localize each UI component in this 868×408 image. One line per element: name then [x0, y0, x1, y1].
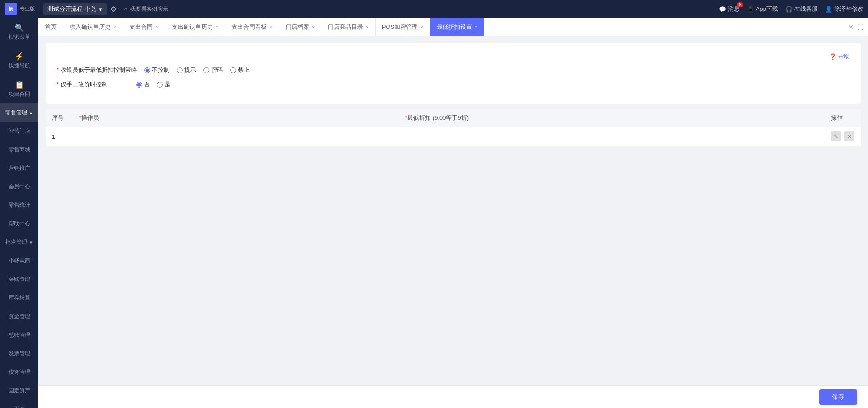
message-button[interactable]: 💬 消息 8 — [719, 5, 740, 13]
avatar-icon: 👤 — [825, 6, 832, 13]
shortcuts-icon: ⚡ — [15, 52, 24, 61]
sidebar-item-label: 智营门店 — [9, 127, 30, 135]
sidebar-item-smart-store[interactable]: 智营门店 — [0, 122, 38, 141]
expand-tab-action[interactable]: ⛶ — [857, 23, 863, 31]
save-button[interactable]: 保存 — [819, 389, 857, 405]
sidebar-item-label: 小畅电商 — [9, 257, 30, 265]
service-icon: 🎧 — [785, 6, 793, 13]
sidebar-item-label: 会员中心 — [9, 183, 30, 191]
sidebar-item-label: 总账管理 — [9, 331, 30, 339]
tab-label: 最低折扣设置 — [437, 23, 472, 31]
user-name: 徐泽华修改 — [834, 5, 863, 13]
demo-label: 我要看实例演示 — [130, 5, 168, 13]
radio-no[interactable]: 否 — [136, 80, 150, 89]
sidebar-item-search[interactable]: 🔍 搜索菜单 — [0, 18, 38, 47]
discount-strategy-label: * 收银员低于最低折扣控制策略 — [57, 66, 137, 74]
discount-table-card: 序号 *操作员 *最低折扣 (9.00等于9折) 操作 1 — [46, 109, 861, 146]
project-name: 测试分开流程-小兑 — [47, 5, 96, 13]
sidebar-item-label: 零售管理 — [5, 109, 27, 117]
project-selector[interactable]: 测试分开流程-小兑 ▾ — [43, 3, 107, 15]
edit-row-button[interactable]: ✎ — [831, 131, 841, 141]
logo-icon: 畅 — [5, 3, 17, 15]
online-service-label: 在线客服 — [794, 5, 818, 13]
cell-operator — [73, 127, 399, 146]
topbar-settings-icon[interactable]: ⚙ — [110, 5, 117, 14]
demo-link[interactable]: ○ 我要看实例演示 — [124, 5, 168, 13]
sidebar-item-retail[interactable]: 零售管理 ▲ — [0, 103, 38, 122]
close-icon[interactable]: × — [420, 24, 423, 30]
sidebar-item-label: 零售统计 — [9, 202, 30, 209]
sidebar-item-payroll[interactable]: 工资 — [0, 400, 38, 408]
topbar: 畅 专业版 测试分开流程-小兑 ▾ ⚙ ○ 我要看实例演示 💬 消息 8 📱 A… — [0, 0, 868, 18]
sidebar-item-assets[interactable]: 固定资产 — [0, 381, 38, 400]
sidebar-item-ecommerce[interactable]: 小畅电商 — [0, 252, 38, 270]
sidebar-item-stats[interactable]: 零售统计 — [0, 196, 38, 215]
sidebar-item-projects[interactable]: 📋 项目合同 — [0, 75, 38, 103]
sidebar-item-help[interactable]: 帮助中心 — [0, 215, 38, 233]
app-download-label: App下载 — [756, 5, 778, 13]
tab-payment-contract[interactable]: 支出合同 × — [123, 18, 165, 36]
delete-row-button[interactable]: ✕ — [844, 131, 854, 141]
close-icon[interactable]: × — [113, 24, 116, 30]
tab-store-archive[interactable]: 门店档案 × — [279, 18, 321, 36]
discount-table: 序号 *操作员 *最低折扣 (9.00等于9折) 操作 1 — [46, 109, 861, 146]
sidebar-item-label: 发票管理 — [9, 350, 30, 357]
close-icon[interactable]: × — [312, 24, 315, 30]
tab-label: 首页 — [45, 23, 57, 31]
app-download-button[interactable]: 📱 App下载 — [747, 5, 778, 13]
download-icon: 📱 — [747, 6, 754, 13]
page-content: ❓ 帮助 * 收银员低于最低折扣控制策略 不控制 — [38, 36, 868, 385]
tab-home[interactable]: 首页 — [38, 18, 63, 36]
tab-label: 支出合同 — [129, 23, 153, 31]
demo-circle-icon: ○ — [124, 6, 127, 12]
tab-min-discount[interactable]: 最低折扣设置 × — [430, 18, 484, 36]
sidebar-item-label: 批发管理 — [5, 239, 27, 246]
sidebar-item-tax[interactable]: 税务管理 — [0, 363, 38, 381]
sidebar-item-finance[interactable]: 资金管理 — [0, 307, 38, 326]
tab-payment-board[interactable]: 支出合同看板 × — [225, 18, 279, 36]
sidebar-item-online-shop[interactable]: 零售商城 — [0, 141, 38, 159]
help-link[interactable]: ❓ 帮助 — [829, 52, 850, 61]
sidebar-item-label: 固定资产 — [9, 387, 30, 394]
sidebar-item-members[interactable]: 会员中心 — [0, 178, 38, 196]
sidebar-item-wholesale[interactable]: 批发管理 ▼ — [0, 233, 38, 252]
sidebar-item-label: 零售商城 — [9, 146, 30, 154]
close-icon[interactable]: × — [475, 24, 477, 30]
sidebar-item-label: 项目合同 — [9, 90, 30, 98]
user-profile-button[interactable]: 👤 徐泽华修改 — [825, 5, 863, 13]
radio-forbid[interactable]: 禁止 — [230, 66, 250, 74]
sidebar-item-invoice[interactable]: 发票管理 — [0, 344, 38, 363]
close-icon[interactable]: × — [216, 24, 218, 30]
sidebar-item-inventory[interactable]: 库存核算 — [0, 289, 38, 307]
sidebar-item-label: 帮助中心 — [9, 220, 30, 228]
th-operator: *操作员 — [73, 109, 399, 127]
sidebar-item-label: 采购管理 — [9, 276, 30, 283]
close-icon[interactable]: × — [156, 24, 158, 30]
tab-label: 支出确认单历史 — [172, 23, 213, 31]
tab-income-history[interactable]: 收入确认单历史 × — [63, 18, 123, 36]
radio-no-control[interactable]: 不控制 — [144, 66, 170, 74]
close-icon[interactable]: × — [269, 24, 272, 30]
online-service-button[interactable]: 🎧 在线客服 — [785, 5, 818, 13]
sidebar-item-accounting[interactable]: 总账管理 — [0, 326, 38, 344]
table-row: 1 ✎ ✕ — [46, 127, 861, 146]
sidebar-item-shortcuts[interactable]: ⚡ 快捷导航 — [0, 47, 38, 75]
search-icon: 🔍 — [15, 23, 24, 32]
chevron-down-icon: ▼ — [29, 240, 33, 245]
sidebar: 🔍 搜索菜单 ⚡ 快捷导航 📋 项目合同 零售管理 ▲ 智营门店 零售商城 营销… — [0, 18, 38, 408]
tab-store-catalog[interactable]: 门店商品目录 × — [321, 18, 375, 36]
main-layout: 🔍 搜索菜单 ⚡ 快捷导航 📋 项目合同 零售管理 ▲ 智营门店 零售商城 营销… — [0, 18, 868, 408]
close-icon[interactable]: × — [366, 24, 368, 30]
sidebar-item-marketing[interactable]: 营销推广 — [0, 159, 38, 178]
message-badge: 8 — [737, 2, 743, 7]
tab-label: 门店商品目录 — [328, 23, 363, 31]
sidebar-item-purchase[interactable]: 采购管理 — [0, 270, 38, 289]
radio-yes[interactable]: 是 — [157, 80, 170, 89]
content-area: 首页 收入确认单历史 × 支出合同 × 支出确认单历史 × 支出合同看板 × 门… — [38, 18, 868, 408]
radio-remind[interactable]: 提示 — [177, 66, 196, 74]
tab-payment-history[interactable]: 支出确认单历史 × — [165, 18, 225, 36]
tab-pos-password[interactable]: POS加密管理 × — [376, 18, 430, 36]
radio-password[interactable]: 密码 — [203, 66, 223, 74]
sidebar-item-label: 资金管理 — [9, 313, 30, 320]
close-tab-action[interactable]: ✕ — [848, 23, 854, 31]
